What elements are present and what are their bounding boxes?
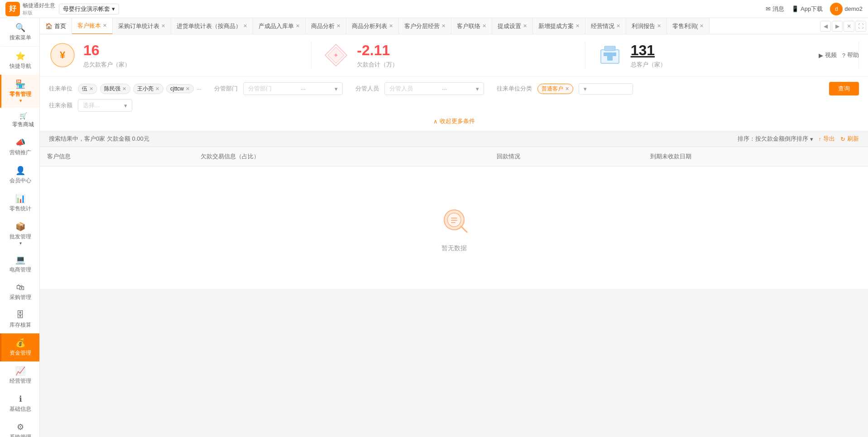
filter-tag-wu-close[interactable]: ✕: [89, 86, 93, 92]
sidebar-item-finance[interactable]: 💰 资金管理: [0, 333, 39, 361]
tab-mention-settings[interactable]: 提成设置 ✕: [492, 18, 533, 34]
tab-product-inbound[interactable]: 产成品入库单 ✕: [253, 18, 306, 34]
sidebar-item-quick-nav[interactable]: ⭐ 快捷导航: [0, 47, 39, 75]
collapse-btn[interactable]: ∧ 收起更多条件: [433, 117, 475, 125]
results-bar: 搜索结果中，客户0家 欠款金额 0.00元 排序：按欠款金额倒序排序 ▾ ↑ 导…: [40, 131, 868, 147]
sidebar-system-label: 系统管理: [10, 433, 31, 437]
purchase-icon: 🛍: [16, 283, 24, 292]
tab-retail-profit[interactable]: 零售利润( ✕: [667, 18, 710, 34]
tab-close-product-analysis-list[interactable]: ✕: [389, 23, 393, 29]
tab-close-purchase-stats[interactable]: ✕: [243, 23, 247, 29]
help-btn[interactable]: ? 帮助: [842, 51, 859, 59]
balance-filter-select[interactable]: 选择... ▾: [78, 99, 132, 112]
logo-text-wrap: 畅捷通好生意 标版: [23, 2, 55, 16]
summary-info-overdue-customers: 16 总欠款客户（家）: [83, 42, 130, 69]
user-profile[interactable]: d demo2: [830, 3, 863, 15]
tab-close-purchase-order[interactable]: ✕: [161, 23, 165, 29]
filter-tag-normal-customer[interactable]: 普通客户 ✕: [537, 84, 573, 94]
sort-label: 排序：按欠款金额倒序排序: [738, 135, 808, 143]
filter-tag-wu[interactable]: 伍 ✕: [78, 84, 97, 94]
tab-purchase-order[interactable]: 采购订单统计表 ✕: [113, 18, 171, 34]
logo-area: 好 畅捷通好生意 标版: [5, 2, 55, 16]
filter-row-1: 往来单位 伍 ✕ 陈民强 ✕ 王小亮 ✕: [49, 82, 859, 95]
sidebar-item-ops[interactable]: 📈 经营管理: [0, 361, 39, 390]
col-overdue-date: 到期未收款日期: [643, 147, 868, 166]
refresh-btn[interactable]: ↻ 刷新: [840, 135, 859, 143]
sidebar-item-wholesale[interactable]: 📦 批发管理 ▾: [0, 217, 39, 250]
summary-info-total-customers: 131 总客户（家）: [631, 42, 666, 69]
person-filter-select[interactable]: 分管人员 ··· ▾: [384, 82, 484, 95]
sidebar-inventory-label: 库存核算: [10, 321, 31, 329]
tab-purchase-stats[interactable]: 进货单统计表（按商品） ✕: [171, 18, 253, 34]
tab-close-mention-settings[interactable]: ✕: [523, 23, 527, 29]
sidebar-item-purchase[interactable]: 🛍 采购管理: [0, 278, 39, 306]
sidebar-item-basics[interactable]: ℹ 基础信息: [0, 390, 39, 418]
dept-filter-label: 分管部门: [214, 85, 238, 93]
tab-close-product-analysis[interactable]: ✕: [336, 23, 340, 29]
tab-next-btn[interactable]: ▶: [832, 21, 843, 32]
filter-tag-chen-close[interactable]: ✕: [122, 86, 126, 92]
category-filter-dropdown[interactable]: ▾: [579, 83, 633, 95]
export-btn[interactable]: ↑ 导出: [819, 135, 835, 143]
sidebar-item-marketing[interactable]: 📣 营销推广: [0, 133, 39, 161]
member-icon: 👤: [15, 166, 25, 176]
filter-tag-wang-close[interactable]: ✕: [155, 86, 159, 92]
sidebar-basics-label: 基础信息: [10, 405, 31, 413]
tab-close-operations[interactable]: ✕: [616, 23, 620, 29]
table-header-row: 客户信息 欠款交易信息（占比） 回款情况 到期未收款日期: [40, 147, 868, 166]
filter-tag-normal-customer-close[interactable]: ✕: [565, 86, 569, 92]
summary-bar-actions: ▶ 视频 ? 帮助: [819, 51, 859, 59]
sidebar: 🔍 搜索菜单 ⭐ 快捷导航 🏪 零售管理 ▾ 🛒 零售商城 📣 营销推广 👤 会…: [0, 18, 40, 437]
store-selector[interactable]: 母婴行业演示帐套 ▾: [59, 4, 119, 14]
ecommerce-icon: 💻: [15, 255, 25, 265]
sidebar-marketing-label: 营销推广: [10, 149, 31, 157]
filter-tag-cjttcw-close[interactable]: ✕: [186, 86, 190, 92]
dept-filter-select[interactable]: 分管部门 ··· ▾: [243, 82, 343, 95]
sidebar-item-member[interactable]: 👤 会员中心: [0, 161, 39, 189]
tab-close-all-btn[interactable]: ✕: [844, 21, 854, 32]
video-btn[interactable]: ▶ 视频: [819, 51, 837, 59]
tab-close-product-inbound[interactable]: ✕: [296, 23, 300, 29]
sidebar-item-retail-mall[interactable]: 🛒 零售商城: [0, 108, 39, 133]
sidebar-item-inventory[interactable]: 🗄 库存核算: [0, 306, 39, 333]
tab-product-analysis[interactable]: 商品分析 ✕: [306, 18, 346, 34]
tab-customer-account[interactable]: 客户账本 ✕: [72, 18, 113, 34]
tab-profit-report-label: 利润报告: [632, 22, 655, 30]
app-download-btn[interactable]: 📱 App下载: [791, 5, 823, 13]
tab-new-mention-plan[interactable]: 新增提成方案 ✕: [533, 18, 585, 34]
tab-close-customer-tier[interactable]: ✕: [441, 23, 446, 29]
sidebar-quick-nav-label: 快捷导航: [10, 62, 31, 70]
sidebar-item-retail[interactable]: 🏪 零售管理 ▾: [0, 75, 39, 108]
tab-close-retail-profit[interactable]: ✕: [700, 23, 704, 29]
tab-home[interactable]: 🏠 首页: [40, 18, 72, 34]
tab-profit-report[interactable]: 利润报告 ✕: [626, 18, 667, 34]
query-button[interactable]: 查询: [829, 82, 859, 95]
filter-tag-wang[interactable]: 王小亮 ✕: [133, 84, 163, 94]
results-summary: 搜索结果中，客户0家 欠款金额 0.00元: [49, 135, 149, 143]
filter-more-tags[interactable]: ···: [197, 86, 201, 92]
tab-customer-contact[interactable]: 客户联络 ✕: [451, 18, 492, 34]
message-btn[interactable]: ✉ 消息: [766, 5, 784, 13]
sidebar-wholesale-label: 批发管理: [10, 233, 31, 241]
filter-tag-cjttcw[interactable]: cjttcw ✕: [166, 84, 194, 93]
filter-bar: 往来单位 伍 ✕ 陈民强 ✕ 王小亮 ✕: [40, 76, 868, 131]
tab-prev-btn[interactable]: ◀: [820, 21, 831, 32]
tab-close-customer-contact[interactable]: ✕: [482, 23, 486, 29]
tab-maximize-btn[interactable]: ⛶: [855, 21, 866, 32]
sidebar-item-system[interactable]: ⚙ 系统管理: [0, 418, 39, 437]
tab-product-analysis-list[interactable]: 商品分析列表 ✕: [346, 18, 399, 34]
tab-close-new-mention-plan[interactable]: ✕: [575, 23, 580, 29]
sidebar-item-ecommerce[interactable]: 💻 电商管理: [0, 250, 39, 278]
mall-icon: 🛒: [19, 112, 27, 119]
tab-mention-settings-label: 提成设置: [498, 22, 521, 30]
results-sort-select[interactable]: 排序：按欠款金额倒序排序 ▾: [738, 135, 813, 143]
tab-operations[interactable]: 经营情况 ✕: [585, 18, 626, 34]
tab-close-customer-account[interactable]: ✕: [103, 23, 107, 28]
sidebar-item-retail-stats[interactable]: 📊 零售统计: [0, 189, 39, 217]
tab-close-profit-report[interactable]: ✕: [657, 23, 661, 29]
sidebar-item-search[interactable]: 🔍 搜索菜单: [0, 18, 39, 47]
tab-customer-tier[interactable]: 客户分层经营 ✕: [399, 18, 451, 34]
filter-row-collapse: ∧ 收起更多条件: [49, 115, 859, 125]
filter-tag-chen[interactable]: 陈民强 ✕: [100, 84, 130, 94]
person-filter-label: 分管人员: [355, 85, 379, 93]
